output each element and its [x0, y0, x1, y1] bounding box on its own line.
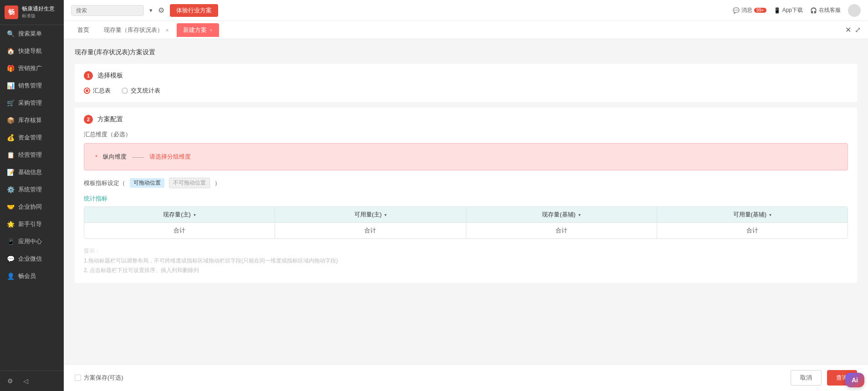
tab-home[interactable]: 首页 [71, 23, 96, 37]
save-checkbox[interactable] [75, 375, 81, 381]
trial-button[interactable]: 体验行业方案 [170, 4, 218, 17]
chevron-available-main-icon: ▾ [384, 212, 387, 217]
required-mark: * [95, 154, 97, 160]
sidebar-item-search-menu[interactable]: 🔍 搜索菜单 [0, 25, 64, 42]
stats-data-row: 合计 合计 合计 合计 [84, 222, 848, 238]
section1-number: 1 [84, 71, 93, 80]
ai-float-button[interactable]: Ai [845, 373, 864, 387]
marketing-icon: 🎁 [6, 64, 15, 72]
stats-table: 现存量(主) ▾ 可用量(主) ▾ 现存量(基辅) ▾ 可用量(基辅) [84, 206, 848, 239]
chevron-current-main-icon: ▾ [194, 212, 196, 217]
topbar: ▾ ⚙ 体验行业方案 💬 消息 99+ 📱 App下载 🎧 在线客服 [64, 0, 868, 21]
wechat-icon: 💬 [6, 255, 15, 263]
dimension-dash: —— [132, 154, 144, 160]
message-badge: 99+ [754, 8, 766, 13]
sidebar-item-operations[interactable]: 📋 经营管理 [0, 146, 64, 164]
dimension-box: * 纵向维度 —— 请选择分组维度 [84, 143, 848, 170]
tab-new-plan[interactable]: 新建方案 × [177, 23, 219, 37]
section-template: 1 选择模板 汇总表 交叉统计表 [75, 64, 857, 102]
tab-expand-icon[interactable]: ⤢ [855, 26, 861, 34]
radio-summary-circle [84, 87, 90, 94]
tip-item-1: 1.拖动标题栏可以调整布局，不可跨维度或指标区域拖动栏目字段(只能在同一维度或指… [84, 256, 848, 266]
online-service-item[interactable]: 🎧 在线客服 [810, 6, 841, 14]
tab-close-all-icon[interactable]: ✕ [845, 26, 851, 34]
operations-icon: 📋 [6, 151, 15, 159]
section1-header: 1 选择模板 [84, 71, 848, 80]
stats-cell-current-main: 合计 [84, 223, 275, 238]
inventory-icon: 📦 [6, 116, 15, 124]
chevron-current-aux-icon: ▾ [578, 212, 581, 217]
stats-cell-available-main: 合计 [275, 223, 466, 238]
topbar-settings-icon[interactable]: ⚙ [158, 6, 164, 15]
template-radio-group: 汇总表 交叉统计表 [84, 87, 848, 95]
chevron-available-aux-icon: ▾ [769, 212, 771, 217]
stats-header-available-aux[interactable]: 可用量(基辅) ▾ [657, 207, 848, 222]
basic-info-icon: 📝 [6, 168, 15, 176]
sidebar-item-marketing[interactable]: 🎁 营销推广 [0, 60, 64, 77]
save-option[interactable]: 方案保存(可选) [75, 374, 123, 382]
topbar-dropdown-icon[interactable]: ▾ [149, 7, 153, 14]
message-item[interactable]: 💬 消息 99+ [733, 6, 766, 14]
sidebar-nav: 🔍 搜索菜单 🏠 快捷导航 🎁 营销推广 📊 销售管理 🛒 采购管理 📦 库存核… [0, 25, 64, 370]
sidebar-logo: 畅 畅康通好生意 标准版 [0, 0, 64, 25]
dimension-label: 纵向维度 [103, 153, 127, 161]
search-menu-icon: 🔍 [6, 30, 15, 38]
sidebar-item-system[interactable]: ⚙️ 系统管理 [0, 181, 64, 198]
sidebar-item-finance[interactable]: 💰 资金管理 [0, 129, 64, 146]
sidebar-item-basic-info[interactable]: 📝 基础信息 [0, 164, 64, 181]
stats-label: 统计指标 [84, 195, 848, 203]
stats-header-current-main[interactable]: 现存量(主) ▾ [84, 207, 275, 222]
sidebar-item-inventory[interactable]: 📦 库存核算 [0, 112, 64, 129]
tab-new-plan-close-icon[interactable]: × [209, 27, 212, 33]
section1-title: 选择模板 [97, 72, 123, 80]
sidebar-item-wechat[interactable]: 💬 企业微信 [0, 250, 64, 268]
quick-nav-icon: 🏠 [6, 47, 15, 55]
finance-icon: 💰 [6, 134, 15, 142]
stats-cell-available-aux: 合计 [657, 223, 848, 238]
sidebar-item-purchase[interactable]: 🛒 采购管理 [0, 94, 64, 112]
tab-inventory-close-icon[interactable]: × [166, 27, 168, 33]
settings-bottom-icon[interactable]: ⚙ [5, 376, 15, 386]
sales-icon: 📊 [6, 82, 15, 90]
tab-inventory-status[interactable]: 现存量（库存状况表） × [97, 23, 175, 37]
sidebar-bottom: ⚙ ◁ [0, 370, 64, 391]
stats-header-current-aux[interactable]: 现存量(基辅) ▾ [466, 207, 657, 222]
sidebar-item-sales[interactable]: 📊 销售管理 [0, 77, 64, 94]
stats-header-available-main[interactable]: 可用量(主) ▾ [275, 207, 466, 222]
sidebar-item-quick-nav[interactable]: 🏠 快捷导航 [0, 42, 64, 60]
app-download-item[interactable]: 📱 App下载 [774, 6, 803, 14]
stats-section: 统计指标 现存量(主) ▾ 可用量(主) ▾ 现存量(基辅) [84, 195, 848, 239]
enterprise-icon: 🤝 [6, 203, 15, 211]
aggregate-label: 汇总维度（必选） [84, 130, 848, 139]
volume-bottom-icon[interactable]: ◁ [20, 376, 31, 386]
dimension-placeholder[interactable]: 请选择分组维度 [149, 153, 191, 161]
topbar-search-input[interactable] [71, 5, 144, 16]
stats-cell-current-aux: 合计 [466, 223, 657, 238]
radio-summary[interactable]: 汇总表 [84, 87, 111, 95]
sidebar-item-app-center[interactable]: 📱 应用中心 [0, 233, 64, 250]
sidebar-item-newbie[interactable]: 🌟 新手引导 [0, 216, 64, 233]
sidebar: 畅 畅康通好生意 标准版 🔍 搜索菜单 🏠 快捷导航 🎁 营销推广 📊 销售管理… [0, 0, 64, 391]
draggable-tag: 可拖动位置 [130, 178, 164, 188]
logo-icon: 畅 [5, 5, 18, 19]
user-avatar[interactable] [848, 4, 861, 17]
radio-cross-circle [122, 87, 128, 94]
tips-title: 提示： [84, 247, 100, 254]
sidebar-item-member[interactable]: 👤 畅会员 [0, 268, 64, 285]
message-icon: 💬 [733, 7, 740, 14]
app-download-icon: 📱 [774, 7, 781, 14]
tips-section: 提示： 1.拖动标题栏可以调整布局，不可跨维度或指标区域拖动栏目字段(只能在同一… [84, 246, 848, 276]
tip-item-2: 2. 点击标题栏下拉可设置排序、插入列和删除列 [84, 266, 848, 276]
radio-cross[interactable]: 交叉统计表 [122, 87, 160, 95]
newbie-icon: 🌟 [6, 220, 15, 228]
purchase-icon: 🛒 [6, 99, 15, 107]
sidebar-item-enterprise[interactable]: 🤝 企业协同 [0, 198, 64, 216]
indicator-setting: 模板指标设定（ 可拖动位置 不可拖动位置 ） [84, 178, 848, 188]
logo-text: 畅康通好生意 标准版 [22, 5, 55, 19]
tabs-bar: 首页 现存量（库存状况表） × 新建方案 × ✕ ⤢ [64, 21, 868, 39]
cancel-button[interactable]: 取消 [791, 370, 822, 386]
member-icon: 👤 [6, 272, 15, 280]
stats-header-row: 现存量(主) ▾ 可用量(主) ▾ 现存量(基辅) ▾ 可用量(基辅) [84, 207, 848, 222]
bottom-bar: 方案保存(可选) 取消 查询 [64, 364, 868, 391]
main-content: ▾ ⚙ 体验行业方案 💬 消息 99+ 📱 App下载 🎧 在线客服 首页 [64, 0, 868, 391]
